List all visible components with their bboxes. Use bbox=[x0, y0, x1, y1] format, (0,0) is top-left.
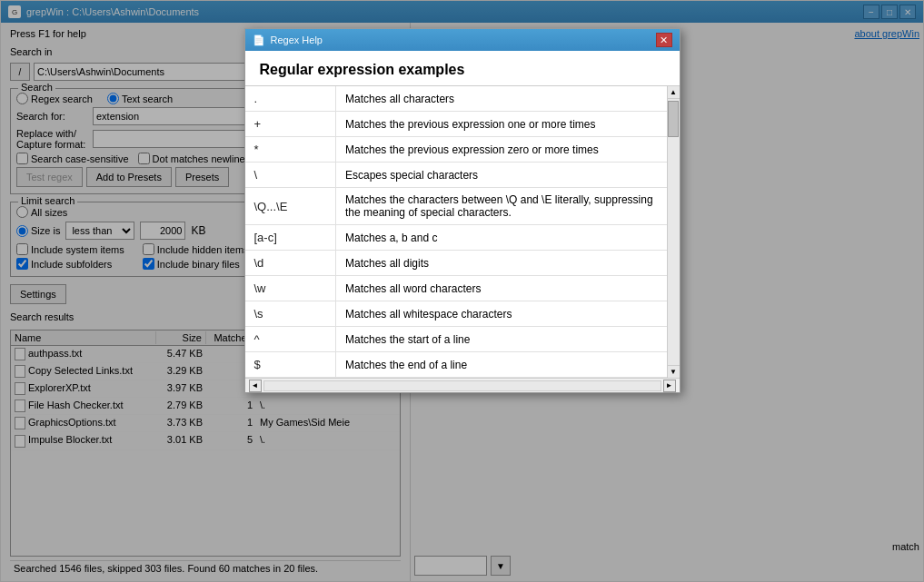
h-scroll-left-btn[interactable]: ◄ bbox=[249, 380, 262, 392]
regex-pattern: \s bbox=[245, 301, 336, 327]
regex-description: Matches the characters between \Q and \E… bbox=[336, 188, 667, 225]
regex-description: Matches all characters bbox=[336, 86, 667, 112]
modal-body-row: . Matches all characters + Matches the p… bbox=[245, 86, 680, 378]
regex-pattern: . bbox=[245, 86, 336, 112]
regex-table-wrapper: . Matches all characters + Matches the p… bbox=[245, 86, 667, 378]
regex-description: Matches the end of a line bbox=[336, 352, 667, 378]
modal-overlay: 📄 Regex Help ✕ Regular expression exampl… bbox=[1, 1, 923, 581]
regex-row: $ Matches the end of a line bbox=[245, 352, 667, 378]
h-scroll-track[interactable] bbox=[263, 380, 661, 391]
regex-row: \d Matches all digits bbox=[245, 251, 667, 276]
regex-pattern: \d bbox=[245, 251, 336, 276]
regex-description: Matches all whitespace characters bbox=[336, 301, 667, 327]
modal-bottom-bar: ◄ ► bbox=[245, 378, 680, 392]
regex-description: Matches the previous expression one or m… bbox=[336, 112, 667, 137]
scroll-up-btn[interactable]: ▲ bbox=[668, 86, 680, 99]
modal-close-button[interactable]: ✕ bbox=[656, 33, 672, 47]
regex-pattern: $ bbox=[245, 352, 336, 378]
regex-row: + Matches the previous expression one or… bbox=[245, 112, 667, 137]
modal-title-text: Regex Help bbox=[271, 35, 323, 45]
regex-row: \w Matches all word characters bbox=[245, 276, 667, 301]
regex-row: \ Escapes special characters bbox=[245, 163, 667, 188]
regex-help-modal: 📄 Regex Help ✕ Regular expression exampl… bbox=[244, 28, 681, 393]
modal-header: Regular expression examples bbox=[245, 51, 680, 86]
regex-row: \Q...\E Matches the characters between \… bbox=[245, 188, 667, 225]
regex-pattern: [a-c] bbox=[245, 225, 336, 251]
regex-description: Matches all digits bbox=[336, 251, 667, 276]
regex-pattern: \ bbox=[245, 163, 336, 188]
modal-title-left: 📄 Regex Help bbox=[253, 35, 323, 46]
regex-row: . Matches all characters bbox=[245, 86, 667, 112]
modal-title-bar: 📄 Regex Help ✕ bbox=[245, 29, 680, 51]
regex-row: \s Matches all whitespace characters bbox=[245, 301, 667, 327]
scroll-down-btn[interactable]: ▼ bbox=[668, 365, 680, 378]
regex-pattern: \w bbox=[245, 276, 336, 301]
regex-table: . Matches all characters + Matches the p… bbox=[245, 86, 667, 378]
regex-description: Matches the start of a line bbox=[336, 327, 667, 352]
main-window: G grepWin : C:\Users\Ashwin\Documents − … bbox=[0, 0, 924, 582]
regex-row: [a-c] Matches a, b and c bbox=[245, 225, 667, 251]
regex-description: Matches the previous expression zero or … bbox=[336, 137, 667, 163]
regex-row: * Matches the previous expression zero o… bbox=[245, 137, 667, 163]
modal-content: Regular expression examples . Matches al… bbox=[245, 51, 680, 392]
h-scroll-right-btn[interactable]: ► bbox=[663, 380, 676, 392]
regex-pattern: ^ bbox=[245, 327, 336, 352]
regex-pattern: * bbox=[245, 137, 336, 163]
modal-title-icon: 📄 bbox=[253, 35, 265, 46]
regex-row: ^ Matches the start of a line bbox=[245, 327, 667, 352]
regex-description: Escapes special characters bbox=[336, 163, 667, 188]
regex-pattern: \Q...\E bbox=[245, 188, 336, 225]
modal-scrollbar[interactable]: ▲ ▼ bbox=[667, 86, 680, 378]
regex-description: Matches all word characters bbox=[336, 276, 667, 301]
regex-table-scroll[interactable]: . Matches all characters + Matches the p… bbox=[245, 86, 667, 378]
scroll-thumb[interactable] bbox=[668, 101, 679, 137]
regex-description: Matches a, b and c bbox=[336, 225, 667, 251]
regex-pattern: + bbox=[245, 112, 336, 137]
